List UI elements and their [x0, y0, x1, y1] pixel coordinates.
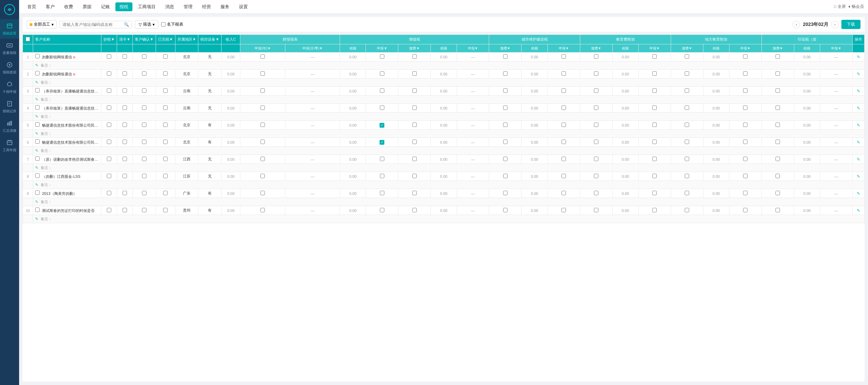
yiwanshui-cell-1[interactable] [156, 70, 175, 79]
qingka-cell-3[interactable] [117, 104, 132, 113]
qingka-cell-6[interactable] [117, 155, 132, 164]
search-box[interactable]: 🔍 [59, 21, 132, 28]
select-all-checkbox[interactable] [26, 37, 30, 41]
jy-jiaofei-2[interactable] [580, 87, 612, 96]
yiwanshui-cell-0[interactable] [156, 53, 175, 61]
op-cell-1[interactable]: ✎ [853, 70, 865, 79]
zj-jiaofei-8[interactable] [398, 189, 431, 198]
caiwu-nian-cb-9[interactable] [260, 208, 265, 212]
yiwanshui-cb-3[interactable] [163, 105, 168, 110]
op-cell-2[interactable]: ✎ [853, 87, 865, 96]
jy-jiaofei-1[interactable] [580, 70, 612, 79]
qingka-cb-7[interactable] [123, 174, 127, 178]
nav-guanLi[interactable]: 管理 [180, 2, 197, 11]
df-jiaofei-4[interactable] [671, 121, 703, 130]
cs-shenbao-4[interactable] [547, 121, 580, 130]
yiwanshui-cell-9[interactable] [156, 206, 175, 215]
op-cell-7[interactable]: ✎ [853, 172, 865, 181]
qingka-cell-2[interactable] [117, 87, 132, 96]
yh-jiaofei-2[interactable] [762, 87, 794, 96]
kehuqueren-cb-1[interactable] [142, 71, 146, 76]
kehuqueren-cell-6[interactable] [132, 155, 156, 164]
caiwu-nian-7[interactable] [240, 172, 285, 181]
edit-icon-5[interactable]: ✎ [857, 140, 860, 145]
qingka-cb-5[interactable] [123, 140, 127, 144]
edit-icon-4[interactable]: ✎ [857, 123, 860, 128]
zj-shenbao-9[interactable] [366, 206, 398, 215]
qingka-cb-8[interactable] [123, 191, 127, 195]
nav-shouFei[interactable]: 收费 [60, 2, 77, 11]
kehuqueren-cb-2[interactable] [142, 88, 146, 93]
cs-shenbao-6[interactable] [547, 155, 580, 164]
yh-jiaofei-4[interactable] [762, 121, 794, 130]
prev-month-btn[interactable]: ‹ [793, 21, 800, 28]
zj-jiaofei-7[interactable] [398, 172, 431, 181]
caiwu-nian-cb-2[interactable] [260, 88, 265, 93]
caiwu-nian-1[interactable] [240, 70, 285, 79]
chaoshui-cell-2[interactable] [101, 87, 117, 96]
qingka-cb-0[interactable] [123, 54, 127, 59]
cs-shenbao-8[interactable] [547, 189, 580, 198]
jy-jiaofei-7[interactable] [580, 172, 612, 181]
caiwu-nian-cb-0[interactable] [260, 54, 265, 59]
kehuqueren-cell-0[interactable] [132, 53, 156, 61]
jy-shenbao-6[interactable] [638, 155, 671, 164]
jy-jiaofei-0[interactable] [580, 53, 612, 61]
chaoshui-cell-4[interactable] [101, 121, 117, 130]
chaoshui-cell-9[interactable] [101, 206, 117, 215]
df-jiaofei-2[interactable] [671, 87, 703, 96]
caiwu-nian-4[interactable] [240, 121, 285, 130]
fullscreen-btn[interactable]: □ 全屏 [834, 4, 846, 10]
zj-jiaofei-0[interactable] [398, 53, 431, 61]
nav-sheZhi[interactable]: 设置 [235, 2, 252, 11]
edit-icon-2[interactable]: ✎ [857, 89, 860, 94]
jy-jiaofei-4[interactable] [580, 121, 612, 130]
nav-gongShang[interactable]: 工商项目 [134, 2, 160, 11]
yiwanshui-cb-8[interactable] [163, 191, 168, 195]
zj-shenbao-7[interactable] [366, 172, 398, 181]
edit-icon-6[interactable]: ✎ [857, 157, 860, 162]
caiwu-nian-8[interactable] [240, 189, 285, 198]
row-checkbox-3[interactable] [35, 105, 40, 110]
chaoshui-cb-1[interactable] [107, 71, 111, 76]
chaoshui-cell-5[interactable] [101, 138, 117, 147]
yiwanshui-cb-5[interactable] [163, 140, 168, 144]
kehuqueren-cb-7[interactable] [142, 174, 146, 178]
jy-shenbao-4[interactable] [638, 121, 671, 130]
kehuqueren-cell-1[interactable] [132, 70, 156, 79]
yh-jiaofei-3[interactable] [762, 104, 794, 113]
cs-shenbao-9[interactable] [547, 206, 580, 215]
jy-jiaofei-5[interactable] [580, 138, 612, 147]
row-checkbox-2[interactable] [35, 88, 40, 92]
op-cell-9[interactable]: ✎ [853, 206, 865, 215]
caiwu-nian-cb-8[interactable] [260, 191, 265, 195]
caiwu-nian-cb-6[interactable] [260, 157, 265, 161]
chaoshui-cell-8[interactable] [101, 189, 117, 198]
zj-shenbao-0[interactable] [366, 53, 398, 61]
jy-shenbao-9[interactable] [638, 206, 671, 215]
yh-jiaofei-5[interactable] [762, 138, 794, 147]
cs-jiaofei-3[interactable] [489, 104, 522, 113]
edit-icon-7[interactable]: ✎ [857, 174, 860, 179]
qingka-cell-8[interactable] [117, 189, 132, 198]
yiwanshui-cell-7[interactable] [156, 172, 175, 181]
df-shenbao-0[interactable] [729, 53, 762, 61]
row-checkbox-6[interactable] [35, 156, 40, 161]
nav-baoShui[interactable]: 报税 [115, 2, 132, 11]
kehuqueren-cell-4[interactable] [132, 121, 156, 130]
sidebar-item-baoshuijilu[interactable]: 报税记录 [0, 97, 19, 116]
chaoshui-cell-3[interactable] [101, 104, 117, 113]
nav-xiaoxi[interactable]: 消息 [161, 2, 178, 11]
yiwanshui-cb-0[interactable] [163, 54, 168, 59]
jy-jiaofei-9[interactable] [580, 206, 612, 215]
yh-jiaofei-9[interactable] [762, 206, 794, 215]
jy-jiaofei-8[interactable] [580, 189, 612, 198]
zj-shenbao-1[interactable] [366, 70, 398, 79]
row-checkbox-7[interactable] [35, 173, 40, 178]
zj-jiaofei-3[interactable] [398, 104, 431, 113]
op-cell-6[interactable]: ✎ [853, 155, 865, 164]
caiwu-nian-cb-1[interactable] [260, 71, 265, 76]
sidebar-item-piliangbaoshui[interactable]: 批量报税 [0, 39, 19, 58]
chaoshui-cb-0[interactable] [107, 54, 111, 59]
kehuqueren-cb-5[interactable] [142, 140, 146, 144]
